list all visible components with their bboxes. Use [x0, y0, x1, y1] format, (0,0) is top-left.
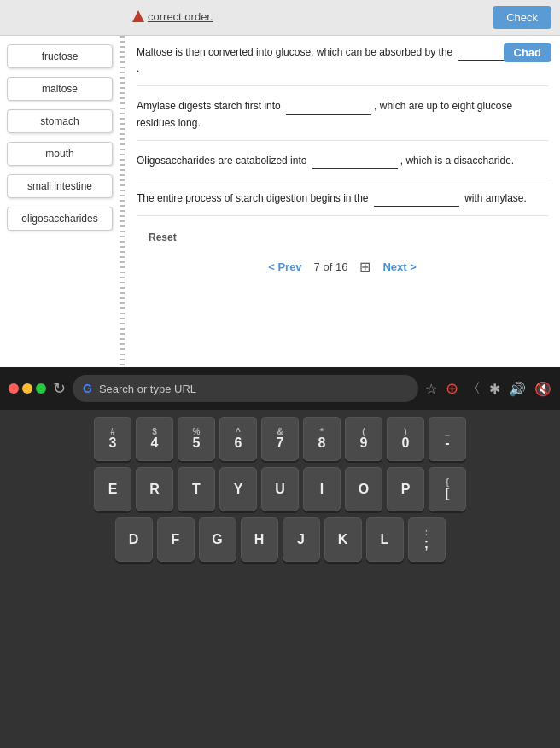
key-h[interactable]: H	[241, 517, 278, 562]
blank-2[interactable]	[286, 114, 371, 115]
key-o[interactable]: O	[345, 467, 382, 511]
taskbar-right: ☆ ⊕ 〈 ✱ 🔊 🔇	[425, 379, 551, 398]
key-9[interactable]: ( 9	[345, 417, 382, 461]
dot-red	[9, 383, 19, 394]
drag-item-oligosaccharides[interactable]: oligosaccharides	[7, 207, 113, 231]
blank-3[interactable]	[312, 168, 398, 169]
key-row-numbers: # 3 $ 4 % 5 ^ 6 & 7 * 8	[10, 417, 550, 461]
correct-order-label: correct order.	[148, 10, 213, 23]
search-placeholder: Search or type URL	[99, 383, 196, 395]
key-p[interactable]: P	[387, 467, 424, 511]
key-0[interactable]: ) 0	[387, 417, 424, 461]
question-3: Oligosaccharides are catabolized into , …	[137, 153, 548, 178]
settings-icon[interactable]: ✱	[489, 381, 500, 397]
icon-left	[132, 10, 144, 22]
key-dash[interactable]: _ -	[429, 417, 466, 461]
key-j[interactable]: J	[283, 517, 320, 562]
key-f[interactable]: F	[157, 517, 195, 562]
left-bracket-icon[interactable]: 〈	[467, 380, 481, 398]
drag-item-maltose[interactable]: maltose	[7, 77, 113, 101]
drag-item-small-intestine[interactable]: small intestine	[7, 174, 113, 198]
star-icon[interactable]: ☆	[425, 381, 437, 397]
drag-items-sidebar: fructose maltose stomach mouth small int…	[0, 36, 120, 367]
question-1: Maltose is then converted into glucose, …	[137, 44, 548, 86]
key-g[interactable]: G	[199, 517, 236, 562]
key-i[interactable]: I	[303, 467, 341, 511]
add-icon[interactable]: ⊕	[446, 379, 458, 398]
browser-area: correct order. Check Chad fructose malto…	[0, 0, 560, 367]
drag-item-fructose[interactable]: fructose	[7, 44, 113, 68]
content-area: fructose maltose stomach mouth small int…	[0, 36, 560, 367]
key-e[interactable]: E	[94, 467, 131, 511]
grid-icon[interactable]: ⊞	[359, 259, 370, 275]
questions-area: Maltose is then converted into glucose, …	[125, 36, 560, 367]
key-bracket[interactable]: { [	[429, 467, 466, 511]
drag-item-mouth[interactable]: mouth	[7, 142, 113, 166]
volume-icon[interactable]: 🔊	[509, 381, 526, 397]
keyboard-wrapper: # 3 $ 4 % 5 ^ 6 & 7 * 8	[0, 410, 560, 748]
key-6[interactable]: ^ 6	[219, 417, 257, 461]
check-button[interactable]: Check	[493, 6, 551, 29]
blank-4[interactable]	[374, 206, 459, 207]
question-2: Amylase digests starch first into , whic…	[137, 98, 548, 140]
dot-yellow	[22, 383, 32, 394]
keyboard-area: ↻ G Search or type URL ☆ ⊕ 〈 ✱ 🔊 🔇 # 3 $…	[0, 367, 560, 748]
key-5[interactable]: % 5	[178, 417, 215, 461]
refresh-icon[interactable]: ↻	[53, 379, 66, 398]
prev-button[interactable]: < Prev	[268, 260, 301, 273]
key-k[interactable]: K	[324, 517, 362, 562]
key-y[interactable]: Y	[219, 467, 257, 511]
user-badge: Chad	[504, 43, 552, 62]
key-semicolon[interactable]: : ;	[408, 517, 446, 562]
page-info: 7 of 16	[314, 260, 348, 273]
mute-icon[interactable]: 🔇	[534, 381, 551, 397]
key-7[interactable]: & 7	[261, 417, 299, 461]
key-8[interactable]: * 8	[303, 417, 341, 461]
key-d[interactable]: D	[115, 517, 153, 562]
url-bar[interactable]: G Search or type URL	[73, 375, 418, 402]
key-row-ertyuiop: E R T Y U I O P { [	[10, 467, 550, 511]
key-u[interactable]: U	[261, 467, 299, 511]
total-pages: 16	[335, 260, 347, 273]
next-button[interactable]: Next >	[382, 260, 416, 273]
question-4: The entire process of starch digestion b…	[137, 190, 548, 216]
drag-item-stomach[interactable]: stomach	[7, 109, 113, 133]
key-t[interactable]: T	[178, 467, 215, 511]
key-row-dfghjkl: D F G H J K L : ;	[10, 517, 550, 562]
key-l[interactable]: L	[366, 517, 404, 562]
dot-green	[36, 383, 46, 394]
current-page: 7	[314, 260, 320, 273]
taskbar: ↻ G Search or type URL ☆ ⊕ 〈 ✱ 🔊 🔇	[0, 367, 560, 410]
key-r[interactable]: R	[136, 467, 173, 511]
google-logo: G	[83, 382, 92, 395]
top-bar: correct order. Check	[0, 0, 560, 36]
key-3[interactable]: # 3	[94, 417, 131, 461]
key-4[interactable]: $ 4	[136, 417, 173, 461]
pagination: < Prev 7 of 16 ⊞ Next >	[137, 259, 548, 275]
reset-button[interactable]: Reset	[149, 231, 548, 243]
taskbar-icons-left	[9, 383, 46, 394]
